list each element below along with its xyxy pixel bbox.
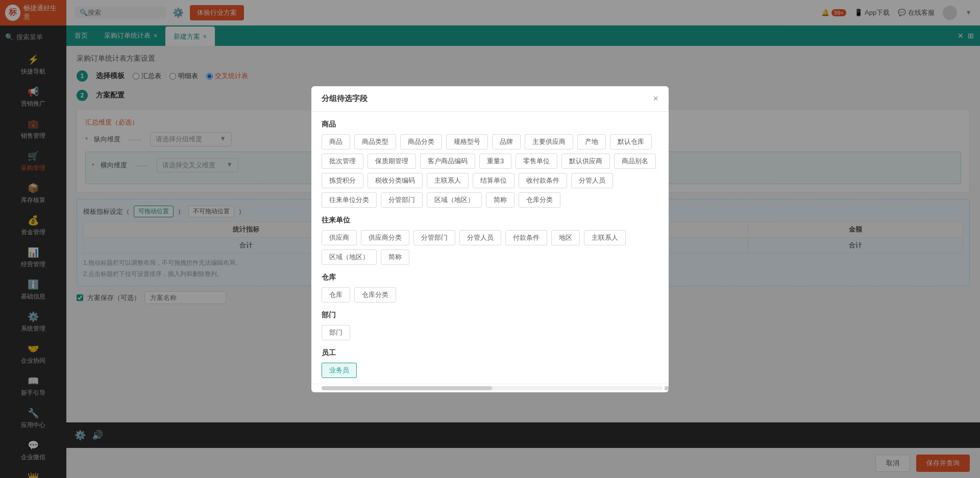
chip-product[interactable]: 商品 <box>322 134 350 149</box>
chip-supplier-cat[interactable]: 供应商分类 <box>361 230 409 245</box>
counterparty-section-title: 往来单位 <box>322 216 658 225</box>
employee-section-title: 员工 <box>322 348 658 358</box>
chip-short-name2[interactable]: 简称 <box>381 249 409 265</box>
chip-weight[interactable]: 重量3 <box>479 154 511 169</box>
chip-origin[interactable]: 产地 <box>577 134 606 149</box>
chip-payment-cond[interactable]: 付款条件 <box>505 230 547 245</box>
chip-warehouse-cat[interactable]: 仓库分类 <box>519 192 560 208</box>
counterparty-chips: 供应商 供应商分类 分管部门 分管人员 付款条件 地区 主联系人 区域（地区） … <box>322 230 658 265</box>
modal-hscrollbar[interactable] <box>322 386 663 390</box>
field-select-modal: 分组待选字段 × 商品 商品 商品类型 商品分类 规格型号 品牌 主要供应商 产… <box>311 86 669 392</box>
chip-product-type[interactable]: 商品类型 <box>354 134 396 149</box>
chip-region[interactable]: 区域（地区） <box>427 192 482 208</box>
modal-header: 分组待选字段 × <box>311 86 669 112</box>
chip-customer-code[interactable]: 客户商品编码 <box>420 154 475 169</box>
modal-body: 商品 商品 商品类型 商品分类 规格型号 品牌 主要供应商 产地 默认仓库 批次… <box>311 112 669 384</box>
chip-area[interactable]: 地区 <box>551 230 580 245</box>
chip-alias[interactable]: 商品别名 <box>614 154 656 169</box>
chip-product-category[interactable]: 商品分类 <box>400 134 442 149</box>
chip-retail-unit[interactable]: 零售单位 <box>516 154 557 169</box>
chip-supplier[interactable]: 供应商 <box>322 230 357 245</box>
chip-default-supplier[interactable]: 默认供应商 <box>561 154 610 169</box>
chip-settlement-unit[interactable]: 结算单位 <box>473 173 514 188</box>
chip-salesman[interactable]: 业务员 <box>322 363 357 378</box>
chip-batch[interactable]: 批次管理 <box>322 154 363 169</box>
chip-default-warehouse[interactable]: 默认仓库 <box>610 134 652 149</box>
chip-department[interactable]: 部门 <box>322 325 350 340</box>
modal-hscrollbar-thumb <box>322 386 492 390</box>
chip-pick-points[interactable]: 拣货积分 <box>322 173 363 188</box>
product-section-title: 商品 <box>322 120 658 129</box>
chip-main-supplier[interactable]: 主要供应商 <box>525 134 573 149</box>
warehouse-chips: 仓库 仓库分类 <box>322 287 658 303</box>
chip-manager2[interactable]: 分管人员 <box>459 230 501 245</box>
chip-payment-terms[interactable]: 收付款条件 <box>519 173 567 188</box>
product-section: 商品 商品 商品类型 商品分类 规格型号 品牌 主要供应商 产地 默认仓库 批次… <box>322 120 658 208</box>
chip-brand[interactable]: 品牌 <box>492 134 521 149</box>
chip-expiry[interactable]: 保质期管理 <box>368 154 416 169</box>
chip-main-contact[interactable]: 主联系人 <box>427 173 469 188</box>
warehouse-section-title: 仓库 <box>322 273 658 282</box>
department-section-title: 部门 <box>322 311 658 320</box>
modal-close-button[interactable]: × <box>653 93 658 104</box>
employee-chips: 业务员 <box>322 363 658 378</box>
chip-dept2[interactable]: 分管部门 <box>413 230 455 245</box>
chip-dept[interactable]: 分管部门 <box>381 192 423 208</box>
department-section: 部门 部门 <box>322 311 658 340</box>
chip-tax-code[interactable]: 税收分类编码 <box>368 173 423 188</box>
modal-overlay: 分组待选字段 × 商品 商品 商品类型 商品分类 规格型号 品牌 主要供应商 产… <box>0 0 980 478</box>
scrollbar-right-arrow[interactable] <box>665 386 669 390</box>
modal-title: 分组待选字段 <box>322 94 368 104</box>
chip-short-name[interactable]: 简称 <box>486 192 514 208</box>
counterparty-section: 往来单位 供应商 供应商分类 分管部门 分管人员 付款条件 地区 主联系人 区域… <box>322 216 658 265</box>
chip-warehouse[interactable]: 仓库 <box>322 287 350 303</box>
chip-manager[interactable]: 分管人员 <box>571 173 613 188</box>
warehouse-section: 仓库 仓库 仓库分类 <box>322 273 658 303</box>
product-chips: 商品 商品类型 商品分类 规格型号 品牌 主要供应商 产地 默认仓库 批次管理 … <box>322 134 658 208</box>
employee-section: 员工 业务员 <box>322 348 658 378</box>
chip-main-contact2[interactable]: 主联系人 <box>584 230 626 245</box>
chip-counterparty-category[interactable]: 往来单位分类 <box>322 192 377 208</box>
department-chips: 部门 <box>322 325 658 340</box>
chip-spec-model[interactable]: 规格型号 <box>446 134 488 149</box>
chip-region2[interactable]: 区域（地区） <box>322 249 377 265</box>
chip-warehouse-category[interactable]: 仓库分类 <box>354 287 396 303</box>
